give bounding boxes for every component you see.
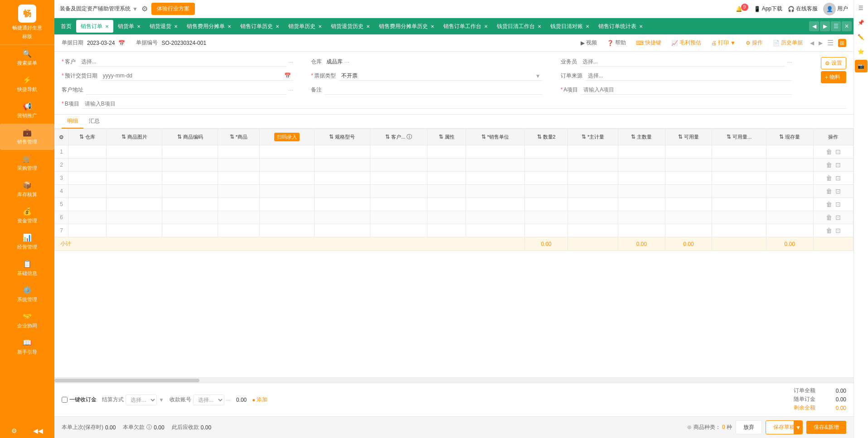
- warehouse-ellipsis-icon[interactable]: ···: [344, 59, 349, 65]
- tab-close-icon[interactable]: ✕: [174, 24, 178, 29]
- account-select[interactable]: 选择...: [193, 395, 224, 405]
- app-download-btn[interactable]: 📱 App下载: [754, 5, 782, 13]
- sidebar-item-inventory[interactable]: 📦 库存核算: [0, 176, 54, 202]
- row-copy-icon[interactable]: ⊡: [835, 148, 841, 155]
- row-copy-icon[interactable]: ⊡: [835, 227, 841, 234]
- tab-close-icon[interactable]: ✕: [228, 24, 231, 29]
- next-record-icon[interactable]: ▶: [819, 40, 823, 46]
- note-input[interactable]: [325, 85, 542, 95]
- tab-sales-return[interactable]: 销货退货 ✕: [145, 20, 182, 33]
- save-draft-button[interactable]: 保存草稿 ▼: [766, 420, 803, 434]
- save-new-button[interactable]: 保存&新增: [806, 421, 846, 434]
- save-draft-chevron-icon[interactable]: ▼: [794, 421, 803, 434]
- sidebar-item-system[interactable]: ⚙️ 系统管理: [0, 281, 54, 308]
- tab-order-workbench[interactable]: 销售订单工作台 ✕: [439, 20, 492, 33]
- sidebar-collapse-icon[interactable]: ◀◀: [33, 427, 43, 434]
- right-panel-btn-1[interactable]: ☰: [855, 2, 868, 14]
- profit-btn[interactable]: 📈 毛利预估: [669, 38, 704, 48]
- sidebar-item-enterprise[interactable]: 🤝 企业协同: [0, 308, 54, 334]
- module-selector[interactable]: 装备及固定资产辅助管理系统 ▼: [60, 5, 138, 13]
- row-delete-icon[interactable]: 🗑: [826, 201, 832, 208]
- shortcut-btn[interactable]: ⌨ 快捷键: [633, 38, 664, 48]
- customer-address-input[interactable]: [86, 85, 286, 95]
- row-delete-icon[interactable]: 🗑: [826, 188, 832, 195]
- tab-sales-bill[interactable]: 销货单 ✕: [113, 20, 145, 33]
- customer-ellipsis-icon[interactable]: ···: [288, 59, 293, 65]
- scan-btn[interactable]: 扫码录入: [274, 133, 300, 141]
- row-copy-icon[interactable]: ⊡: [835, 161, 841, 168]
- sidebar-item-search[interactable]: 🔍 搜索菜单: [0, 45, 54, 71]
- grid-view-icon[interactable]: ⊞: [838, 39, 846, 47]
- scroll-thumb[interactable]: [54, 379, 199, 382]
- notification-btn[interactable]: 🔔 9: [736, 6, 748, 12]
- address-ellipsis-icon[interactable]: ···: [288, 87, 293, 93]
- tab-close-icon[interactable]: ✕: [586, 24, 589, 29]
- settlement-select[interactable]: 选择...: [126, 395, 157, 405]
- settings-gear-icon[interactable]: ⚙: [141, 5, 148, 13]
- sidebar-item-sales[interactable]: 💼 销售管理: [0, 124, 54, 150]
- sidebar-item-operations[interactable]: 📊 经营管理: [0, 229, 54, 255]
- tab-return-history[interactable]: 销货退货历史 ✕: [326, 20, 374, 33]
- video-btn[interactable]: ▶ 视频: [578, 38, 600, 48]
- delivery-calendar-icon[interactable]: 📅: [284, 72, 291, 79]
- tab-daily-workbench[interactable]: 钱货日清工作台 ✕: [492, 20, 546, 33]
- sidebar-item-basic-info[interactable]: 📋 基础信息: [0, 255, 54, 281]
- tab-expense-history[interactable]: 销售费用分摊单历史 ✕: [374, 20, 439, 33]
- row-copy-icon[interactable]: ⊡: [835, 174, 841, 182]
- staff-ellipsis-icon[interactable]: ···: [787, 59, 792, 65]
- tab-close-icon[interactable]: ✕: [105, 24, 109, 29]
- tab-close-icon[interactable]: ✕: [639, 24, 643, 29]
- sidebar-settings-icon[interactable]: ⚙: [11, 427, 17, 434]
- tab-daily-reconcile[interactable]: 钱货日清对账 ✕: [546, 20, 594, 33]
- one-click-checkbox[interactable]: 一键收订金: [62, 396, 97, 404]
- tab-sales-expense[interactable]: 销售费用分摊单 ✕: [182, 20, 236, 33]
- history-order-btn[interactable]: 📄 历史单据: [770, 38, 805, 48]
- right-panel-btn-5[interactable]: 📷: [855, 60, 868, 72]
- row-delete-icon[interactable]: 🗑: [826, 227, 832, 234]
- sidebar-item-purchase[interactable]: 🛒 采购管理: [0, 150, 54, 176]
- operations-btn[interactable]: ⚙ 操作: [743, 38, 766, 48]
- tab-close-icon[interactable]: ✕: [276, 24, 279, 29]
- calendar-icon[interactable]: 📅: [118, 40, 125, 46]
- tab-detail[interactable]: 明细: [62, 115, 83, 129]
- tab-sales-order[interactable]: 销售订单 ✕: [76, 20, 113, 33]
- tabs-left-arrow[interactable]: ◀: [809, 21, 819, 31]
- settings-button[interactable]: ⚙ 设置: [821, 57, 846, 69]
- list-view-icon[interactable]: ☰: [827, 39, 834, 47]
- help-btn[interactable]: ❓ 帮助: [604, 38, 629, 48]
- row-copy-icon[interactable]: ⊡: [835, 188, 841, 195]
- tab-home[interactable]: 首页: [56, 20, 76, 33]
- horizontal-scrollbar[interactable]: [54, 377, 853, 383]
- online-service-btn[interactable]: 🎧 在线客服: [788, 5, 818, 13]
- right-panel-btn-2[interactable]: 📌: [855, 16, 868, 29]
- sidebar-item-marketing[interactable]: 📢 营销推广: [0, 97, 54, 124]
- tab-summary[interactable]: 汇总: [83, 115, 105, 129]
- right-panel-btn-3[interactable]: ✏️: [855, 31, 868, 43]
- customer-input[interactable]: [78, 57, 287, 67]
- prev-record-icon[interactable]: ◀: [810, 40, 814, 46]
- user-menu[interactable]: 👤 用户: [823, 3, 848, 15]
- sidebar-item-newbie[interactable]: 📖 新手引导: [0, 334, 54, 360]
- tab-close-icon[interactable]: ✕: [366, 24, 370, 29]
- row-delete-icon[interactable]: 🗑: [826, 174, 832, 182]
- tab-sales-order-history[interactable]: 销售订单历史 ✕: [236, 20, 284, 33]
- row-delete-icon[interactable]: 🗑: [826, 161, 832, 168]
- staff-input[interactable]: [580, 57, 786, 67]
- tab-order-stats[interactable]: 销售订单统计表 ✕: [594, 20, 647, 33]
- tab-close-icon[interactable]: ✕: [484, 24, 488, 29]
- print-btn[interactable]: 🖨 打印 ▼: [708, 38, 738, 48]
- tab-close-icon[interactable]: ✕: [137, 24, 141, 29]
- row-delete-icon[interactable]: 🗑: [826, 214, 832, 221]
- delivery-date-input[interactable]: [100, 71, 285, 80]
- tab-close-icon[interactable]: ✕: [318, 24, 322, 29]
- invoice-select[interactable]: 不开票 增值税专票 增值税普票: [339, 71, 543, 81]
- tabs-menu-icon[interactable]: ☰: [831, 21, 841, 31]
- row-delete-icon[interactable]: 🗑: [826, 148, 832, 155]
- right-panel-btn-4[interactable]: ⭐: [855, 45, 868, 58]
- add-material-button[interactable]: + 物料: [821, 71, 846, 83]
- b-project-input[interactable]: [82, 99, 846, 109]
- tab-sales-bill-history[interactable]: 销货单历史 ✕: [284, 20, 326, 33]
- row-copy-icon[interactable]: ⊡: [835, 201, 841, 208]
- account-ellipsis-icon[interactable]: ···: [226, 397, 231, 403]
- col-gear[interactable]: ⚙: [55, 129, 68, 145]
